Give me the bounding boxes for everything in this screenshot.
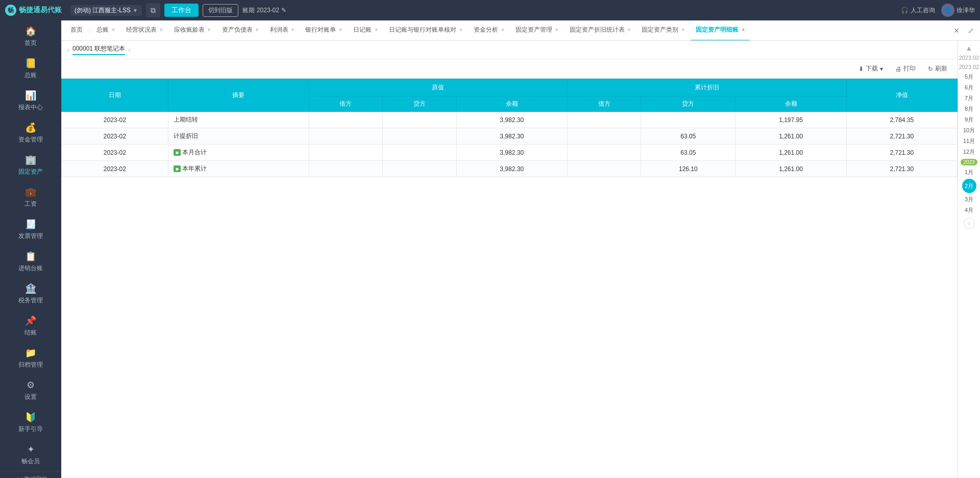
right-panel-month-11[interactable]: 11月 xyxy=(958,136,980,147)
right-panel-month-3[interactable]: 3月 xyxy=(958,194,980,205)
tab-receivable[interactable]: 应收账龄表 × xyxy=(169,20,216,41)
sidebar-item-member[interactable]: ✦ 畅会员 xyxy=(0,439,61,471)
tab-profit-close[interactable]: × xyxy=(291,27,295,33)
table-row: 2023-02 上期结转 3,982.30 1,197.95 2,784.35 xyxy=(62,112,958,128)
tab-balance-sheet[interactable]: 资产负债表 × xyxy=(217,20,264,41)
tab-general[interactable]: 总账 × xyxy=(91,20,120,41)
download-label: 下载 xyxy=(866,64,878,73)
tab-journal-bank-close[interactable]: × xyxy=(459,27,462,33)
print-label: 打印 xyxy=(903,64,916,73)
sidebar-label-archive: 归档管理 xyxy=(18,361,43,369)
tab-operating-close[interactable]: × xyxy=(160,27,163,33)
scroll-up-button[interactable]: ▲ xyxy=(965,43,974,53)
switch-old-button[interactable]: 切到旧版 xyxy=(203,4,238,17)
company-dropdown-icon: ▼ xyxy=(133,8,138,13)
tab-fixed-category[interactable]: 固定资产类别 × xyxy=(636,20,690,41)
tab-fixed-depreciation-label: 固定资产折旧统计表 xyxy=(570,26,625,34)
right-panel-month-5[interactable]: 5月 xyxy=(958,71,980,82)
tab-fund-analysis-close[interactable]: × xyxy=(501,27,504,33)
period-edit-icon[interactable]: ✎ xyxy=(281,7,286,14)
right-panel-month-1[interactable]: 1月 xyxy=(958,167,980,178)
cell-orig-debit xyxy=(309,128,382,145)
year-tag-2023[interactable]: 2023 xyxy=(961,159,977,165)
user-menu[interactable]: 👤 徐泽华 xyxy=(941,4,975,17)
sidebar-item-sales-ledger[interactable]: 📋 进销台账 xyxy=(0,246,61,278)
col-date: 日期 xyxy=(62,79,168,112)
right-panel-month-12[interactable]: 12月 xyxy=(958,147,980,157)
tab-fixed-detail-close[interactable]: × xyxy=(742,27,745,33)
row-tag: ■ xyxy=(174,149,181,156)
tab-fund-analysis[interactable]: 资金分析 × xyxy=(469,20,509,41)
tab-home[interactable]: 首页 xyxy=(65,20,88,41)
period-label: 账期 2023-02 ✎ xyxy=(242,6,286,15)
cell-summary: 计提折旧 xyxy=(168,128,309,145)
right-panel-circle[interactable]: ○ xyxy=(964,218,975,229)
sidebar-item-invoice[interactable]: 🧾 发票管理 xyxy=(0,213,61,246)
right-panel-month-2-active[interactable]: 2月 xyxy=(962,179,976,193)
right-panel-month-4[interactable]: 4月 xyxy=(958,205,980,216)
tab-fixed-depreciation-close[interactable]: × xyxy=(628,27,631,33)
right-panel-month-6[interactable]: 6月 xyxy=(958,82,980,93)
right-panel-month-8[interactable]: 8月 xyxy=(958,104,980,114)
support-link[interactable]: 🎧 人工咨询 xyxy=(901,6,935,15)
sidebar-item-settlement[interactable]: 📌 结账 xyxy=(0,310,61,342)
download-button[interactable]: ⬇ 下载 ▾ xyxy=(854,62,887,75)
support-label: 人工咨询 xyxy=(911,6,935,15)
headset-icon: 🎧 xyxy=(901,7,909,14)
cell-orig-debit xyxy=(309,145,382,161)
col-orig-debit: 借方 xyxy=(309,97,382,112)
sidebar-item-tax[interactable]: 🏦 税务管理 xyxy=(0,278,61,310)
content-area: 首页 | 总账 × 经营状况表 × 应收账龄表 × 资产负债表 × 利润表 × xyxy=(61,20,980,478)
cell-net-value: 2,721.30 xyxy=(846,145,957,161)
next-arrow[interactable]: › xyxy=(128,46,130,54)
tab-journal-bank[interactable]: 日记账与银行对账单核对 × xyxy=(384,20,468,41)
tab-bank-statement-close[interactable]: × xyxy=(339,27,342,33)
tab-journal-close[interactable]: × xyxy=(375,27,378,33)
pin-toggle[interactable]: ◁◁ 取消固定 xyxy=(0,471,61,478)
tab-journal-label: 日记账 xyxy=(353,26,372,34)
tab-divider-1: | xyxy=(89,27,90,34)
tab-maximize-button[interactable]: ⤢ xyxy=(966,26,976,36)
cell-date: 2023-02 xyxy=(62,145,168,161)
prev-arrow[interactable]: ‹ xyxy=(67,46,69,54)
sidebar-item-fixed-assets[interactable]: 🏢 固定资产 xyxy=(0,149,61,181)
right-panel-month-10[interactable]: 10月 xyxy=(958,125,980,136)
tab-fixed-depreciation[interactable]: 固定资产折旧统计表 × xyxy=(565,20,636,41)
cell-acc-debit xyxy=(567,128,641,145)
tab-fixed-mgmt-close[interactable]: × xyxy=(555,27,558,33)
tab-fixed-detail[interactable]: 固定资产明细账 × xyxy=(691,20,750,41)
scroll-down-button[interactable] xyxy=(968,231,970,233)
tab-profit-label: 利润表 xyxy=(270,26,288,34)
tab-journal[interactable]: 日记账 × xyxy=(348,20,383,41)
tab-bank-statement[interactable]: 银行对账单 × xyxy=(300,20,347,41)
tab-close-all-button[interactable]: ✕ xyxy=(951,26,962,36)
sidebar-item-settings[interactable]: ⚙ 设置 xyxy=(0,374,61,407)
tab-receivable-close[interactable]: × xyxy=(208,27,211,33)
refresh-button[interactable]: ↻ 刷新 xyxy=(924,62,951,75)
sidebar-item-home[interactable]: 🏠 首页 xyxy=(0,20,61,53)
right-panel-month-9[interactable]: 9月 xyxy=(958,114,980,125)
tab-operating[interactable]: 经营状况表 × xyxy=(121,20,168,41)
sidebar-item-salary[interactable]: 💼 工资 xyxy=(0,181,61,213)
sidebar-item-guide[interactable]: 🔰 新手引导 xyxy=(0,407,61,439)
sidebar-label-home: 首页 xyxy=(24,39,37,47)
sidebar-item-fund-management[interactable]: 💰 资金管理 xyxy=(0,117,61,149)
sidebar-item-archive[interactable]: 📁 归档管理 xyxy=(0,342,61,374)
main-layout: 🏠 首页 📒 总账 📊 报表中心 💰 资金管理 🏢 固定资产 💼 工资 🧾 发票… xyxy=(0,20,980,478)
tab-fixed-category-close[interactable]: × xyxy=(681,27,684,33)
sidebar-item-report-center[interactable]: 📊 报表中心 xyxy=(0,85,61,117)
sidebar-label-salary: 工资 xyxy=(24,200,37,208)
copy-button[interactable]: ⧉ xyxy=(146,3,160,17)
tab-fixed-mgmt[interactable]: 固定资产管理 × xyxy=(510,20,564,41)
workbench-button[interactable]: 工作台 xyxy=(164,4,199,17)
tab-balance-sheet-label: 资产负债表 xyxy=(222,26,253,34)
download-arrow-icon: ▾ xyxy=(880,65,883,73)
print-button[interactable]: 🖨 打印 xyxy=(891,62,920,75)
company-selector[interactable]: (勿动) 江西服主-LSS ▼ xyxy=(70,5,142,16)
right-panel-month-7[interactable]: 7月 xyxy=(958,93,980,104)
tab-balance-sheet-close[interactable]: × xyxy=(256,27,259,33)
tab-general-close[interactable]: × xyxy=(112,27,115,33)
guide-icon: 🔰 xyxy=(25,412,36,423)
sidebar-item-general-ledger[interactable]: 📒 总账 xyxy=(0,53,61,85)
tab-profit[interactable]: 利润表 × xyxy=(265,20,300,41)
